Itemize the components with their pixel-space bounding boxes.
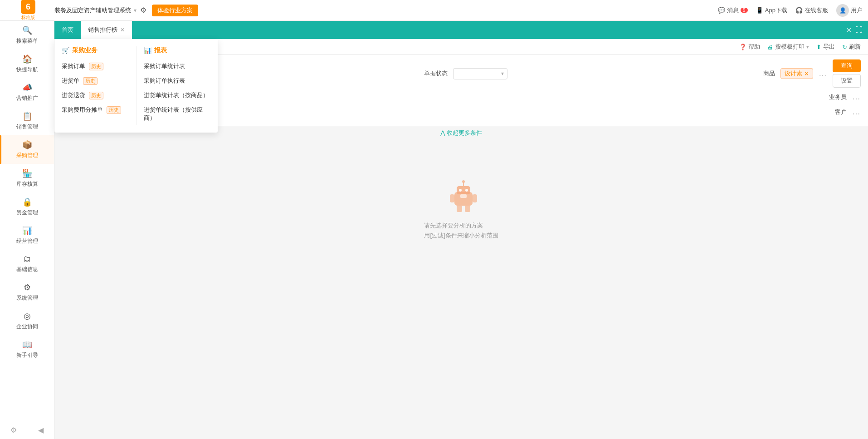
- item-label: 采购订单执行表: [144, 77, 185, 85]
- item-label: 采购订单: [62, 62, 85, 70]
- purchase-col-label: 采购业务: [72, 46, 98, 54]
- report-col-label: 报表: [154, 46, 167, 54]
- history-badge: 历史: [89, 92, 103, 99]
- item-label: 进货单统计表（按供应商）: [144, 106, 211, 122]
- item-label: 采购费用分摊单: [62, 106, 103, 114]
- item-label: 进货退货: [62, 91, 85, 99]
- history-badge: 历史: [107, 106, 121, 114]
- dropdown-item-return[interactable]: 进货退货 历史: [62, 88, 129, 103]
- purchase-col-icon: 🛒: [62, 47, 69, 54]
- purchase-dropdown-menu: 🛒 采购业务 采购订单 历史 进货单 历史 进货退货 历史 采购费用分摊单 历史…: [54, 39, 218, 133]
- dropdown-item-report-receipt-supplier[interactable]: 进货单统计表（按供应商）: [144, 103, 211, 125]
- report-col: 📊 报表 采购订单统计表 采购订单执行表 进货单统计表（按商品） 进货单统计表（…: [136, 46, 218, 125]
- dropdown-item-purchase-order[interactable]: 采购订单 历史: [62, 59, 129, 74]
- item-label: 采购订单统计表: [144, 62, 185, 70]
- purchase-col: 🛒 采购业务 采购订单 历史 进货单 历史 进货退货 历史 采购费用分摊单 历史: [54, 46, 136, 125]
- purchase-col-title: 🛒 采购业务: [62, 46, 129, 54]
- history-badge: 历史: [83, 77, 98, 85]
- dropdown-item-expense[interactable]: 采购费用分摊单 历史: [62, 103, 129, 117]
- item-label: 进货单统计表（按商品）: [144, 91, 209, 99]
- report-col-icon: 📊: [144, 47, 151, 54]
- dropdown-item-receipt[interactable]: 进货单 历史: [62, 74, 129, 88]
- dropdown-item-report-order-stat[interactable]: 采购订单统计表: [144, 59, 211, 74]
- report-col-title: 📊 报表: [144, 46, 211, 54]
- history-badge: 历史: [89, 63, 103, 70]
- dropdown-item-report-order-exec[interactable]: 采购订单执行表: [144, 74, 211, 88]
- item-label: 进货单: [62, 77, 79, 85]
- dropdown-item-report-receipt-goods[interactable]: 进货单统计表（按商品）: [144, 88, 211, 103]
